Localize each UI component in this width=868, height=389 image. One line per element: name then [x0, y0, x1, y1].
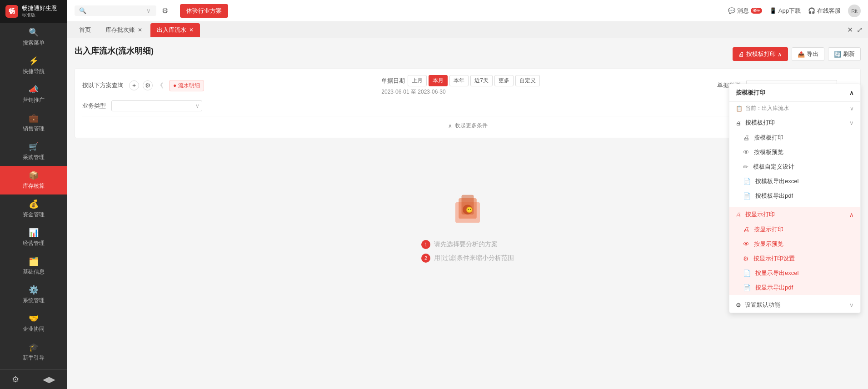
sidebar-item-enterprise[interactable]: 🤝企业协同: [0, 309, 67, 338]
current-template-chevron-icon[interactable]: ∨: [850, 105, 854, 112]
tab-flow[interactable]: 出入库流水✕: [150, 23, 200, 37]
close-window-icon[interactable]: ✕: [847, 25, 853, 34]
marketing-label: 营销推广: [23, 96, 45, 104]
dropdown-item-template_pdf[interactable]: 📄按模板导出pdf: [729, 189, 860, 203]
default-settings-icon: ⚙: [736, 302, 741, 309]
logo-text-block: 畅捷通好生意 标准版: [22, 5, 57, 18]
avatar[interactable]: Rit: [848, 5, 861, 17]
filter-config-button[interactable]: ⚙: [143, 80, 153, 90]
sidebar-item-inventory[interactable]: 📦库存核算: [0, 166, 67, 194]
tab-home[interactable]: 首页: [73, 23, 97, 37]
export-icon: 📤: [798, 51, 805, 58]
sidebar-item-basic[interactable]: 🗂️基础信息: [0, 252, 67, 280]
current-template-label: 当前：出入库流水: [745, 105, 789, 112]
maximize-window-icon[interactable]: ⤢: [857, 25, 863, 34]
sidebar-item-purchase[interactable]: 🛒采购管理: [0, 137, 67, 166]
search-icon: 🔍: [79, 7, 86, 14]
tab-flow-label: 出入库流水: [157, 26, 186, 34]
template_print-label: 按模板打印: [754, 134, 783, 142]
filter-add-button[interactable]: +: [129, 80, 139, 90]
step1-text: 请先选择要分析的方案: [434, 240, 498, 249]
display-section-chevron-icon: ∧: [849, 211, 854, 218]
display_pdf-label: 按显示导出pdf: [755, 284, 793, 292]
sidebar-item-operation[interactable]: 📊经营管理: [0, 223, 67, 252]
search-label: 搜索菜单: [23, 39, 45, 47]
sidebar-item-appstore[interactable]: 📱应用中心: [0, 366, 67, 369]
search-input[interactable]: [89, 8, 144, 14]
date-btn-more[interactable]: 更多: [494, 75, 514, 86]
dropdown-item-template_custom[interactable]: ✏模板自定义设计: [729, 160, 860, 174]
refresh-icon: 🔄: [834, 51, 841, 58]
template_excel-label: 按模板导出excel: [755, 177, 798, 185]
export-button[interactable]: 📤 导出: [792, 47, 824, 61]
dropdown-chevron-up-icon[interactable]: ∧: [849, 90, 854, 96]
filter-tag-label: 流水明细: [178, 82, 200, 90]
finance-label: 资金管理: [23, 211, 45, 219]
template-section-header[interactable]: 🖨 按模板打印 ∨: [729, 115, 860, 130]
date-btn-last7[interactable]: 近7天: [470, 75, 493, 86]
display_excel-icon: 📄: [743, 269, 751, 277]
print-button[interactable]: 🖨 按模板打印 ∧: [733, 47, 788, 61]
collapse-sidebar-icon[interactable]: ◀▶: [43, 374, 55, 384]
sidebar-item-sales[interactable]: 💼销售管理: [0, 109, 67, 137]
date-btn-current_year[interactable]: 本年: [449, 75, 469, 86]
tab-flow-close-icon[interactable]: ✕: [189, 27, 194, 33]
filter-tag-icon: ●: [173, 82, 176, 89]
tab-batch-label: 库存批次账: [105, 26, 135, 34]
refresh-button-label: 刷新: [843, 50, 855, 58]
purchase-icon: 🛒: [29, 142, 39, 152]
display_preview-icon: 👁: [743, 240, 749, 248]
dropdown-header: 按模板打印 ∧: [729, 84, 860, 102]
display_settings-icon: ⚙: [743, 255, 749, 262]
logo-icon: 畅: [5, 5, 18, 18]
date-label: 单据日期: [381, 77, 405, 85]
active-filter-tag[interactable]: ● 流水明细: [169, 80, 204, 91]
sales-icon: 💼: [29, 113, 39, 123]
dropdown-footer[interactable]: ⚙ 设置默认功能 ∨: [729, 297, 860, 313]
date-btn-prev_month[interactable]: 上月: [408, 75, 427, 86]
search-chevron-icon[interactable]: ∨: [146, 7, 151, 14]
message-label: 消息: [737, 7, 749, 15]
sidebar-item-shortcut[interactable]: ⚡快捷导航: [0, 51, 67, 80]
tab-batch-close-icon[interactable]: ✕: [138, 27, 142, 33]
dropdown-item-display_excel[interactable]: 📄按显示导出excel: [729, 266, 860, 280]
main-area: 🔍 ∨ ⚙ 体验行业方案 💬 消息 99+ 📱 App下载 🎧 在线客服 Rit: [67, 0, 868, 389]
topbar-actions: 体验行业方案: [180, 4, 228, 18]
settings-icon[interactable]: ⚙: [12, 374, 19, 384]
sidebar-item-finance[interactable]: 💰资金管理: [0, 194, 67, 223]
date-btn-custom[interactable]: 自定义: [515, 75, 540, 86]
dropdown-item-template_excel[interactable]: 📄按模板导出excel: [729, 174, 860, 189]
industry-solution-button[interactable]: 体验行业方案: [180, 4, 228, 18]
filter-collapse-icon[interactable]: 《: [156, 81, 164, 90]
display-section-header[interactable]: 🖨 按显示打印 ∧: [729, 207, 860, 222]
date-btn-current_month[interactable]: 本月: [429, 75, 448, 86]
sidebar-item-system[interactable]: ⚙️系统管理: [0, 280, 67, 309]
dropdown-item-template_print[interactable]: 🖨按模板打印: [729, 130, 860, 145]
current-template-icon: 📋: [736, 105, 743, 112]
settings-gear-icon[interactable]: ⚙: [162, 6, 168, 15]
sidebar-item-marketing[interactable]: 📣营销推广: [0, 80, 67, 109]
template_preview-icon: 👁: [743, 149, 749, 156]
business-type-select[interactable]: [111, 100, 202, 111]
dropdown-item-template_preview[interactable]: 👁按模板预览: [729, 145, 860, 160]
dropdown-item-display_settings[interactable]: ⚙按显示打印设置: [729, 251, 860, 266]
sidebar-item-search[interactable]: 🔍搜索菜单: [0, 23, 67, 51]
purchase-label: 采购管理: [23, 154, 45, 161]
empty-illustration: 😶: [447, 190, 488, 231]
dropdown-item-display_print[interactable]: 🖨按显示打印: [729, 222, 860, 237]
template_custom-icon: ✏: [743, 163, 748, 170]
online-service-item[interactable]: 🎧 在线客服: [808, 7, 841, 15]
refresh-button[interactable]: 🔄 刷新: [828, 47, 861, 61]
empty-step-1: 1 请先选择要分析的方案: [421, 240, 514, 249]
tab-batch[interactable]: 库存批次账✕: [99, 23, 149, 37]
shortcut-label: 快捷导航: [23, 68, 45, 75]
date-filter: 单据日期 上月本月本年近7天更多自定义: [381, 75, 540, 86]
print-button-label: 按模板打印: [746, 50, 776, 58]
default-settings-label: 设置默认功能: [745, 301, 780, 309]
sidebar-item-guide[interactable]: 🎓新手引导: [0, 338, 67, 366]
dropdown-item-display_preview[interactable]: 👁按显示预览: [729, 237, 860, 251]
app-download-item[interactable]: 📱 App下载: [769, 7, 801, 15]
message-item[interactable]: 💬 消息 99+: [728, 7, 762, 15]
enterprise-label: 企业协同: [23, 325, 45, 333]
dropdown-item-display_pdf[interactable]: 📄按显示导出pdf: [729, 280, 860, 295]
